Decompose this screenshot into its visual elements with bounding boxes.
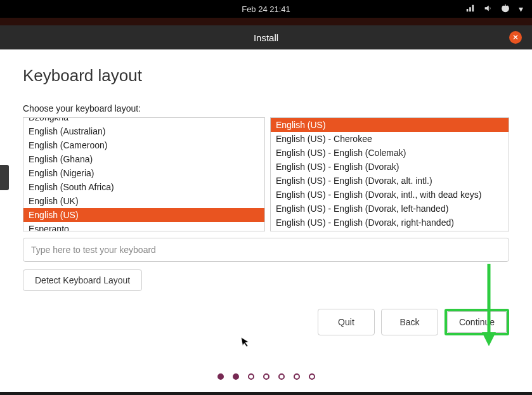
layout-language-list[interactable]: DzongkhaEnglish (Australian)English (Cam… [23, 117, 265, 231]
system-tray: ▾ [465, 4, 523, 15]
network-icon[interactable] [465, 4, 474, 15]
variant-item[interactable]: English (US) - English (Dvorak) [271, 160, 509, 174]
close-button[interactable]: ✕ [509, 31, 522, 44]
window-chrome-spacer [0, 18, 532, 25]
progress-dot [248, 373, 254, 380]
volume-icon[interactable] [483, 4, 492, 15]
top-menu-bar: Feb 24 21:41 ▾ [0, 0, 532, 18]
layout-item[interactable]: English (UK) [23, 194, 264, 208]
layout-item[interactable]: Dzongkha [23, 117, 264, 124]
variant-item[interactable]: English (US) - English (Dvorak, alt. int… [271, 174, 509, 188]
progress-dot [309, 373, 315, 380]
variant-item[interactable]: English (US) - English (Dvorak, intl., w… [271, 188, 509, 202]
progress-dot [294, 373, 300, 380]
close-icon: ✕ [512, 33, 519, 42]
progress-dot [263, 373, 269, 380]
continue-button[interactable]: Continue [447, 311, 507, 333]
back-button[interactable]: Back [381, 309, 438, 335]
detect-layout-button[interactable]: Detect Keyboard Layout [23, 269, 142, 291]
quit-button[interactable]: Quit [318, 309, 375, 335]
layout-item[interactable]: English (Australian) [23, 124, 264, 138]
mouse-cursor [240, 335, 251, 350]
nav-buttons: Quit Back Continue [23, 309, 509, 335]
page-title: Keyboard layout [23, 66, 509, 86]
layout-lists: DzongkhaEnglish (Australian)English (Cam… [23, 117, 509, 231]
layout-item[interactable]: Esperanto [23, 222, 264, 231]
side-panel-tab[interactable] [0, 165, 9, 190]
layout-item[interactable]: English (South Africa) [23, 180, 264, 194]
installer-content: Keyboard layout Choose your keyboard lay… [0, 49, 532, 392]
choose-layout-label: Choose your keyboard layout: [23, 103, 509, 113]
clock: Feb 24 21:41 [242, 4, 290, 14]
layout-item[interactable]: English (US) [23, 208, 264, 222]
variant-item[interactable]: English (US) [271, 118, 509, 132]
progress-dot [278, 373, 285, 380]
layout-item[interactable]: English (Cameroon) [23, 138, 264, 152]
chevron-down-icon[interactable]: ▾ [519, 4, 523, 14]
variant-item[interactable]: English (US) - English (Dvorak, left-han… [271, 202, 509, 216]
keyboard-test-input[interactable] [23, 238, 509, 262]
window-titlebar: Install ✕ [0, 25, 532, 49]
layout-variant-list[interactable]: English (US)English (US) - CherokeeEngli… [270, 117, 509, 231]
layout-item[interactable]: English (Nigeria) [23, 166, 264, 180]
progress-dot [233, 373, 239, 380]
progress-dot [217, 373, 224, 380]
variant-item[interactable]: English (US) - Cherokee [271, 132, 509, 146]
window-title: Install [254, 32, 278, 43]
variant-item[interactable]: English (US) - English (Dvorak, right-ha… [271, 216, 509, 230]
progress-dots [23, 373, 509, 380]
power-icon[interactable] [501, 4, 510, 15]
continue-highlight: Continue [444, 309, 509, 335]
variant-item[interactable]: English (US) - English (Colemak) [271, 146, 509, 160]
layout-item[interactable]: English (Ghana) [23, 152, 264, 166]
